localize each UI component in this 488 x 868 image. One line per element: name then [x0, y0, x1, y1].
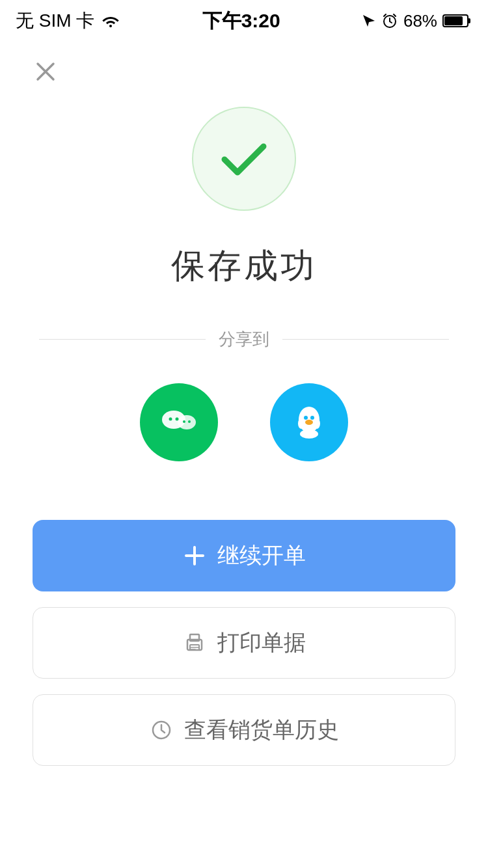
svg-point-7: [176, 418, 179, 421]
clock-icon: [149, 718, 174, 742]
svg-point-15: [310, 416, 314, 420]
print-receipt-label: 打印单据: [217, 628, 306, 658]
svg-point-6: [169, 418, 172, 421]
svg-point-13: [314, 418, 320, 429]
share-qq-button[interactable]: [270, 383, 348, 461]
main-content: 保存成功 分享到: [0, 42, 488, 766]
printer-icon: [182, 631, 207, 655]
success-circle: [192, 107, 296, 211]
status-right: 68%: [362, 11, 472, 31]
wechat-icon: [157, 400, 201, 444]
share-icons-row: [140, 383, 348, 461]
plus-icon: [182, 543, 207, 568]
success-title: 保存成功: [171, 243, 317, 289]
battery-icon: [442, 13, 472, 29]
svg-point-9: [188, 420, 191, 423]
divider-line-right: [282, 339, 449, 340]
svg-point-16: [305, 420, 313, 425]
carrier-text: 无 SIM 卡: [16, 8, 94, 33]
svg-rect-3: [444, 16, 463, 25]
share-divider: 分享到: [0, 328, 488, 351]
view-history-label: 查看销货单历史: [184, 715, 339, 745]
status-left: 无 SIM 卡: [16, 8, 120, 33]
status-time: 下午3:20: [202, 8, 280, 34]
alarm-icon: [381, 12, 398, 29]
svg-point-14: [304, 416, 308, 420]
wifi-icon: [101, 13, 120, 29]
svg-point-11: [300, 429, 318, 439]
close-icon: [33, 59, 59, 85]
qq-icon: [287, 400, 331, 444]
svg-point-5: [178, 415, 196, 429]
continue-order-button[interactable]: 继续开单: [33, 520, 455, 591]
svg-point-8: [183, 420, 185, 423]
action-buttons: 继续开单 打印单据 查看销货单历史: [0, 520, 488, 766]
close-button[interactable]: [26, 52, 65, 91]
continue-order-label: 继续开单: [217, 541, 306, 571]
location-icon: [362, 14, 376, 28]
divider-line-left: [39, 339, 206, 340]
status-bar: 无 SIM 卡 下午3:20 68%: [0, 0, 488, 42]
svg-rect-2: [468, 18, 470, 23]
svg-point-12: [298, 418, 305, 429]
print-receipt-button[interactable]: 打印单据: [33, 607, 455, 679]
share-divider-text: 分享到: [206, 328, 282, 351]
checkmark-icon: [215, 129, 273, 188]
view-history-button[interactable]: 查看销货单历史: [33, 694, 455, 766]
share-wechat-button[interactable]: [140, 383, 218, 461]
battery-text: 68%: [403, 11, 437, 31]
